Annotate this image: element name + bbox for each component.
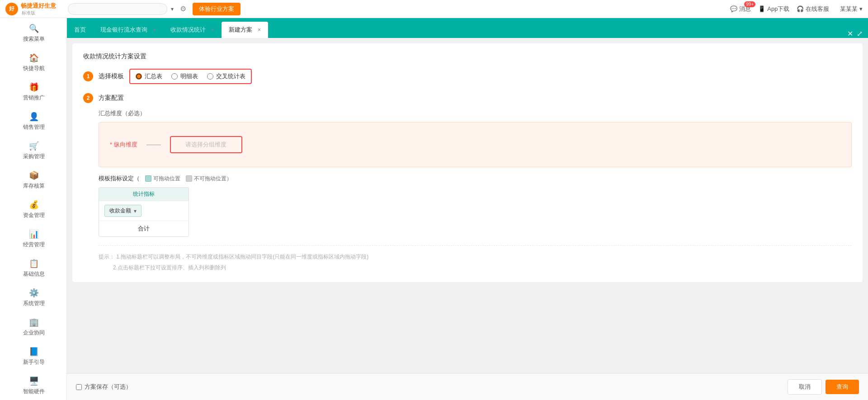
support-action[interactable]: 🎧 在线客服 bbox=[797, 5, 829, 13]
operation-icon: 📊 bbox=[29, 229, 39, 239]
user-name[interactable]: 某某某 ▾ bbox=[840, 5, 863, 13]
dim-arrow: —— bbox=[146, 141, 161, 149]
download-icon: 📱 bbox=[758, 5, 765, 12]
step2-num: 2 bbox=[83, 93, 93, 103]
sidebar-label-collab: 企业协同 bbox=[23, 329, 45, 337]
sidebar-item-purchase[interactable]: 🛒 采购管理 bbox=[0, 136, 66, 165]
radio-summary-input[interactable] bbox=[136, 73, 142, 80]
search-box[interactable] bbox=[68, 3, 167, 15]
purchase-icon: 🛒 bbox=[29, 141, 39, 151]
metric-tag-amount[interactable]: 收款金额 ▾ bbox=[104, 205, 142, 217]
sidebar-item-hardware[interactable]: 🖥️ 智能硬件 bbox=[0, 371, 66, 400]
tab-collection-stat[interactable]: 收款情况统计 × bbox=[163, 22, 222, 38]
metric-dropdown-icon[interactable]: ▾ bbox=[134, 208, 137, 214]
radio-detail-input[interactable] bbox=[171, 73, 178, 80]
tab-new-plan-close[interactable]: × bbox=[258, 27, 261, 33]
legend-draggable-label: 可拖动位置 bbox=[153, 175, 180, 183]
support-label: 在线客服 bbox=[806, 5, 829, 13]
sidebar-item-finance[interactable]: 💰 资金管理 bbox=[0, 194, 66, 224]
radio-summary[interactable]: 汇总表 bbox=[136, 72, 162, 80]
download-label: App下载 bbox=[767, 5, 789, 13]
sidebar-label-operation: 经营管理 bbox=[23, 241, 45, 249]
sidebar-item-inventory[interactable]: 📦 库存核算 bbox=[0, 165, 66, 194]
save-option-label: 方案保存（可选） bbox=[85, 383, 132, 391]
metric-config: 模板指标设定（ 可拖动位置 不可拖动位置） bbox=[99, 174, 852, 238]
radio-summary-label: 汇总表 bbox=[145, 72, 162, 80]
tab-bank-flow[interactable]: 现金银行流水查询 × bbox=[93, 22, 163, 38]
sidebar-item-marketing[interactable]: 🎁 营销推广 bbox=[0, 77, 66, 106]
radio-detail[interactable]: 明细表 bbox=[171, 72, 198, 80]
radio-cross[interactable]: 交叉统计表 bbox=[207, 72, 245, 80]
tab-bar: 首页 现金银行流水查询 × 收款情况统计 × 新建方案 × ✕ ⤢ bbox=[67, 18, 868, 38]
sidebar-item-quick-nav[interactable]: 🏠 快捷导航 bbox=[0, 47, 66, 77]
tab-close-btn[interactable]: ✕ bbox=[847, 29, 853, 38]
message-action[interactable]: 💬 消息 99+ bbox=[730, 5, 751, 13]
sidebar-label-purchase: 采购管理 bbox=[23, 153, 45, 160]
dim-row-label: * 纵向维度 bbox=[110, 141, 137, 149]
tab-home[interactable]: 首页 bbox=[67, 22, 93, 38]
sidebar: 🔍 搜索菜单 🏠 快捷导航 🎁 营销推广 👤 销售管理 🛒 采购管理 📦 库存核… bbox=[0, 18, 67, 400]
sidebar-item-sales[interactable]: 👤 销售管理 bbox=[0, 106, 66, 136]
legend-non-draggable-label: 不可拖动位置） bbox=[194, 175, 232, 183]
main-layout: 🔍 搜索菜单 🏠 快捷导航 🎁 营销推广 👤 销售管理 🛒 采购管理 📦 库存核… bbox=[0, 18, 868, 400]
sidebar-item-search-menu[interactable]: 🔍 搜索菜单 bbox=[0, 18, 66, 47]
sidebar-label-marketing: 营销推广 bbox=[23, 94, 45, 102]
legend-non-draggable-box bbox=[186, 175, 192, 182]
tab-bank-flow-close[interactable]: × bbox=[153, 27, 156, 33]
sidebar-item-operation[interactable]: 📊 经营管理 bbox=[0, 224, 66, 253]
metric-config-header: 模板指标设定（ 可拖动位置 不可拖动位置） bbox=[99, 174, 852, 183]
tip1-row: 提示： 1.拖动标题栏可以调整布局，不可跨维度或指标区域拖动同目字段(只能在同一… bbox=[99, 251, 852, 262]
confirm-button[interactable]: 查询 bbox=[826, 380, 859, 394]
logo-tag: 标准版 bbox=[22, 10, 56, 16]
dimension-section-label: 汇总维度（必选） bbox=[99, 109, 852, 118]
sidebar-item-collab[interactable]: 🏢 企业协同 bbox=[0, 312, 66, 341]
basic-info-icon: 📋 bbox=[29, 259, 39, 268]
guide-icon: 📘 bbox=[29, 347, 39, 357]
sidebar-item-basic-info[interactable]: 📋 基础信息 bbox=[0, 253, 66, 282]
search-input[interactable] bbox=[73, 6, 162, 12]
page-content: 收款情况统计方案设置 1 选择模板 汇总表 明细表 bbox=[67, 38, 868, 373]
sidebar-item-system[interactable]: ⚙️ 系统管理 bbox=[0, 282, 66, 312]
hardware-icon: 🖥️ bbox=[29, 376, 39, 386]
tab-home-label: 首页 bbox=[74, 26, 86, 34]
content-area: 首页 现金银行流水查询 × 收款情况统计 × 新建方案 × ✕ ⤢ bbox=[67, 18, 868, 400]
sidebar-label-system: 系统管理 bbox=[23, 300, 45, 307]
logo-icon: 好 bbox=[5, 3, 18, 15]
main-panel: 收款情况统计方案设置 1 选择模板 汇总表 明细表 bbox=[72, 43, 863, 282]
top-bar-actions: 💬 消息 99+ 📱 App下载 🎧 在线客服 某某某 ▾ bbox=[730, 5, 863, 13]
step1-num: 1 bbox=[83, 71, 93, 81]
system-icon: ⚙️ bbox=[29, 288, 39, 298]
marketing-icon: 🎁 bbox=[29, 82, 39, 92]
top-bar: 好 畅捷通好生意 标准版 ▾ ⚙ 体验行业方案 💬 消息 99+ 📱 App下载… bbox=[0, 0, 868, 18]
sidebar-label-hardware: 智能硬件 bbox=[23, 388, 45, 395]
settings-icon[interactable]: ⚙ bbox=[177, 3, 189, 15]
sidebar-label-basic-info: 基础信息 bbox=[23, 270, 45, 278]
save-checkbox[interactable] bbox=[76, 384, 82, 390]
sidebar-item-guide[interactable]: 📘 新手引导 bbox=[0, 341, 66, 371]
logo: 好 畅捷通好生意 标准版 bbox=[5, 2, 64, 16]
radio-cross-input[interactable] bbox=[207, 73, 213, 80]
tab-new-plan[interactable]: 新建方案 × bbox=[222, 22, 268, 38]
message-badge: 99+ bbox=[744, 1, 755, 7]
legend-draggable-box bbox=[145, 175, 151, 182]
cancel-button[interactable]: 取消 bbox=[788, 379, 822, 395]
tab-maximize-btn[interactable]: ⤢ bbox=[857, 29, 863, 38]
radio-cross-label: 交叉统计表 bbox=[216, 72, 245, 80]
industry-btn[interactable]: 体验行业方案 bbox=[193, 3, 241, 15]
download-action[interactable]: 📱 App下载 bbox=[758, 5, 789, 13]
step2-label: 方案配置 bbox=[99, 94, 124, 102]
tab-collection-stat-close[interactable]: × bbox=[211, 27, 214, 33]
support-icon: 🎧 bbox=[797, 5, 804, 12]
sidebar-label-search-menu: 搜索菜单 bbox=[23, 35, 45, 43]
metric-total-label: 合计 bbox=[138, 225, 150, 232]
metric-total-row: 合计 bbox=[99, 221, 189, 236]
search-menu-icon: 🔍 bbox=[29, 24, 39, 33]
logo-text: 畅捷通好生意 bbox=[21, 2, 56, 10]
tab-bar-actions: ✕ ⤢ bbox=[842, 29, 868, 38]
dropdown-toggle[interactable]: ▾ bbox=[171, 6, 174, 12]
step1-row: 1 选择模板 汇总表 明细表 bbox=[83, 69, 852, 84]
metric-config-label: 模板指标设定（ bbox=[99, 174, 140, 183]
tab-new-plan-label: 新建方案 bbox=[229, 26, 252, 34]
metric-table-row-1: 收款金额 ▾ bbox=[99, 201, 189, 221]
dim-select-box[interactable]: 请选择分组维度 bbox=[170, 136, 242, 153]
